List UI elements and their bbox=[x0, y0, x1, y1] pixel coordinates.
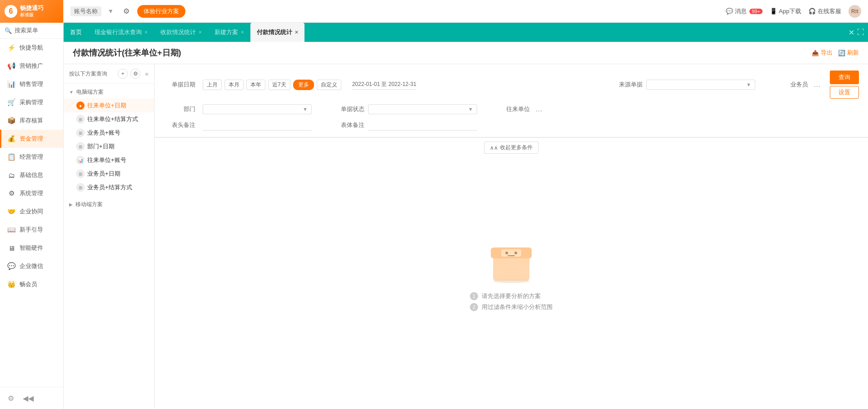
trading-unit-filter: 往来单位 … bbox=[498, 105, 544, 113]
sidebar-item-smart-hw[interactable]: 🖥 智能硬件 bbox=[0, 239, 63, 257]
messages-btn[interactable]: 💬 消息 99+ bbox=[726, 7, 763, 15]
scheme-item-unit-settle[interactable]: ⊞ 往来单位+结算方式 bbox=[64, 112, 154, 126]
scheme-item-unit-account[interactable]: 📊 往来单位+账号 bbox=[64, 153, 154, 167]
doc-status-label: 单据状态 bbox=[333, 105, 364, 113]
tabbar: 首页 现金银行流水查询 × 收款情况统计 × 新建方案 × 付款情况统计 × ✕… bbox=[64, 23, 868, 42]
scheme-item-dept-date[interactable]: ⊞ 部门+日期 bbox=[64, 140, 154, 153]
scheme-item-staff-account[interactable]: ⊞ 业务员+账号 bbox=[64, 126, 154, 140]
scheme-settings-btn[interactable]: ⚙ bbox=[130, 69, 140, 79]
sidebar-item-finance[interactable]: 💰 资金管理 bbox=[0, 130, 63, 148]
app-download-btn[interactable]: 📱 App下载 bbox=[770, 7, 801, 15]
scheme-item-icon: 📊 bbox=[76, 156, 85, 164]
messages-label: 消息 bbox=[735, 7, 747, 15]
scheme-group-mobile-title[interactable]: ▶ 移动端方案 bbox=[64, 198, 154, 211]
trading-unit-ellipsis-btn[interactable]: … bbox=[534, 105, 544, 113]
trial-btn[interactable]: 体验行业方案 bbox=[137, 5, 185, 18]
sidebar-item-quick-nav[interactable]: ⚡ 快捷导航 bbox=[0, 39, 63, 57]
last-7-btn[interactable]: 近7天 bbox=[268, 80, 290, 90]
sidebar-item-sales[interactable]: 📊 销售管理 bbox=[0, 75, 63, 93]
maximize-btn[interactable]: ⛶ bbox=[857, 28, 864, 36]
filter-row-3: 表头备注 表体备注 bbox=[164, 120, 859, 131]
tab-new-scheme[interactable]: 新建方案 × bbox=[208, 23, 250, 42]
sidebar-item-label: 基础信息 bbox=[20, 171, 43, 179]
tab-payment-stat-close[interactable]: × bbox=[199, 29, 202, 35]
salesperson-ellipsis-btn[interactable]: … bbox=[812, 81, 823, 89]
sidebar-item-label: 企业协同 bbox=[20, 207, 43, 216]
topbar-gear-btn[interactable]: ⚙ bbox=[120, 5, 133, 18]
sidebar-item-label: 系统管理 bbox=[20, 189, 43, 197]
header-note-input[interactable] bbox=[203, 120, 312, 131]
sidebar-item-beginner[interactable]: 📖 新手引导 bbox=[0, 221, 63, 239]
this-month-btn[interactable]: 本月 bbox=[224, 80, 244, 90]
account-chevron-icon: ▼ bbox=[108, 8, 114, 15]
scheme-group-desktop-title[interactable]: ▼ 电脑端方案 bbox=[64, 86, 154, 99]
doc-status-select[interactable]: ▼ bbox=[368, 104, 477, 114]
svg-point-3 bbox=[505, 252, 508, 254]
sidebar-item-label: 畅会员 bbox=[20, 280, 37, 288]
tab-bank-flow-close[interactable]: × bbox=[145, 29, 148, 35]
page-header-actions: 📤 导出 🔄 刷新 bbox=[812, 49, 859, 57]
this-year-btn[interactable]: 本年 bbox=[246, 80, 265, 90]
sidebar-item-corp-wechat[interactable]: 💬 企业微信 bbox=[0, 257, 63, 275]
main-area: 账号名称 ▼ ⚙ 体验行业方案 💬 消息 99+ 📱 App下载 🎧 在线客服 … bbox=[64, 0, 868, 409]
filter-actions: 查询 设置 bbox=[830, 71, 859, 99]
system-icon: ⚙ bbox=[7, 189, 16, 198]
scheme-item-dept-date-label: 部门+日期 bbox=[87, 142, 115, 151]
sidebar-item-member[interactable]: 👑 畅会员 bbox=[0, 275, 63, 293]
logo-subtitle: 标准版 bbox=[20, 12, 44, 18]
scheme-header: 按以下方案查询 + ⚙ « bbox=[64, 64, 154, 84]
hint-num-1: 1 bbox=[470, 292, 478, 300]
settings-bottom-btn[interactable]: ⚙ bbox=[5, 392, 17, 404]
more-btn[interactable]: 更多 bbox=[293, 80, 314, 90]
tab-payment-stat[interactable]: 收款情况统计 × bbox=[154, 23, 208, 42]
dept-select[interactable]: ▼ bbox=[203, 104, 312, 114]
filter-area: 单据日期 上月 本月 本年 近7天 更多 自定义 2022-01-01 至 20… bbox=[155, 64, 868, 137]
close-all-btn[interactable]: ✕ bbox=[848, 28, 854, 37]
scheme-add-btn[interactable]: + bbox=[118, 69, 128, 79]
tab-pay-stat-close[interactable]: × bbox=[295, 29, 298, 35]
collapse-more-btn[interactable]: ∧∧ 收起更多条件 bbox=[484, 141, 539, 154]
setting-btn[interactable]: 设置 bbox=[830, 86, 859, 99]
sidebar-item-system[interactable]: ⚙ 系统管理 bbox=[0, 184, 63, 202]
scheme-item-staff-settle[interactable]: ⊞ 业务员+结算方式 bbox=[64, 181, 154, 194]
last-month-btn[interactable]: 上月 bbox=[203, 80, 222, 90]
tab-bank-flow-label: 现金银行流水查询 bbox=[95, 28, 142, 36]
body-note-input[interactable] bbox=[368, 120, 477, 131]
scheme-item-staff-date[interactable]: ⊞ 业务员+日期 bbox=[64, 167, 154, 181]
sidebar-item-base-info[interactable]: 🗂 基础信息 bbox=[0, 166, 63, 184]
inventory-icon: 📦 bbox=[7, 116, 16, 125]
collapse-btn-label: 收起更多条件 bbox=[500, 144, 533, 151]
sidebar-item-management[interactable]: 📋 经营管理 bbox=[0, 148, 63, 166]
hint-text-1: 请先选择要分析的方案 bbox=[482, 292, 541, 300]
user-avatar[interactable]: Rit bbox=[848, 5, 861, 18]
content-area: 按以下方案查询 + ⚙ « ▼ 电脑端方案 ● 往来单位+日期 bbox=[64, 64, 868, 409]
query-btn[interactable]: 查询 bbox=[830, 71, 859, 84]
scheme-item-icon: ⊞ bbox=[76, 129, 85, 137]
export-btn[interactable]: 📤 导出 bbox=[812, 49, 833, 57]
scheme-collapse-btn[interactable]: « bbox=[145, 70, 149, 77]
tab-bank-flow[interactable]: 现金银行流水查询 × bbox=[88, 23, 154, 42]
sidebar-item-corp-coop[interactable]: 🤝 企业协同 bbox=[0, 202, 63, 221]
quick-nav-icon: ⚡ bbox=[7, 43, 16, 52]
source-select[interactable]: ▼ bbox=[646, 80, 755, 90]
tab-pay-stat[interactable]: 付款情况统计 × bbox=[250, 23, 304, 42]
sidebar-item-inventory[interactable]: 📦 库存核算 bbox=[0, 111, 63, 130]
online-service-btn[interactable]: 🎧 在线客服 bbox=[808, 7, 841, 15]
custom-btn[interactable]: 自定义 bbox=[317, 80, 341, 90]
corp-coop-icon: 🤝 bbox=[7, 207, 16, 216]
date-range-display: 2022-01-01 至 2022-12-31 bbox=[352, 80, 590, 90]
refresh-btn[interactable]: 🔄 刷新 bbox=[838, 49, 859, 57]
sidebar-item-purchase[interactable]: 🛒 采购管理 bbox=[0, 93, 63, 111]
headset-icon: 🎧 bbox=[808, 8, 816, 15]
collapse-sidebar-btn[interactable]: ◀◀ bbox=[22, 392, 35, 404]
search-menu[interactable]: 🔍 搜索菜单 bbox=[0, 23, 63, 39]
scheme-item-active-icon: ● bbox=[76, 101, 85, 110]
empty-hint-2: 2 用过滤条件来缩小分析范围 bbox=[470, 303, 553, 311]
scheme-item-unit-date[interactable]: ● 往来单位+日期 bbox=[64, 99, 154, 112]
tab-new-scheme-close[interactable]: × bbox=[241, 29, 244, 35]
scheme-group-arrow-icon: ▼ bbox=[69, 90, 74, 95]
doc-status-arrow-icon: ▼ bbox=[468, 106, 473, 112]
sidebar-item-marketing[interactable]: 📢 营销推广 bbox=[0, 57, 63, 75]
tab-home[interactable]: 首页 bbox=[64, 23, 88, 42]
scheme-panel: 按以下方案查询 + ⚙ « ▼ 电脑端方案 ● 往来单位+日期 bbox=[64, 64, 155, 409]
